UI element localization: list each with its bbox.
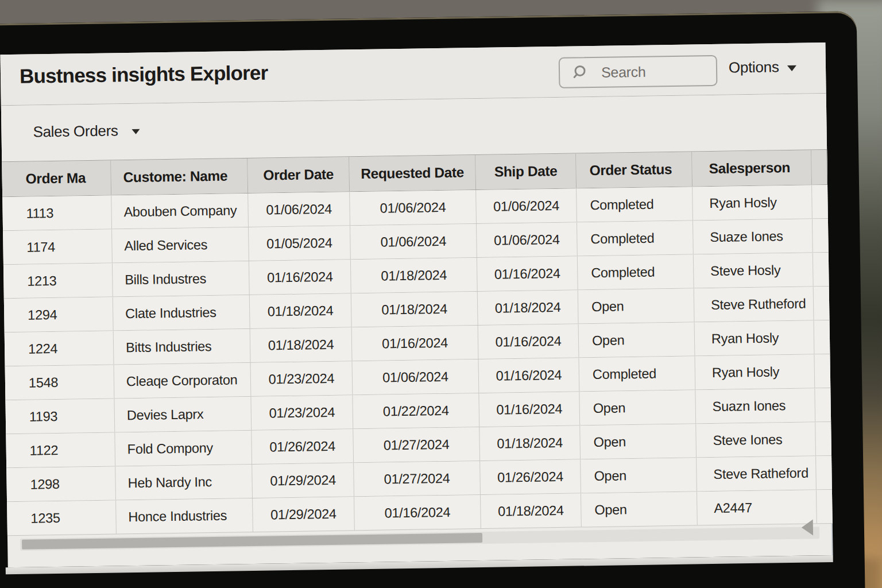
order-status-cell[interactable]: Open	[578, 288, 695, 323]
triangle-left-icon[interactable]	[802, 519, 813, 535]
search-icon	[572, 64, 589, 80]
order-date-cell[interactable]: 01/29/2024	[252, 463, 354, 498]
requested-date-cell[interactable]: 01/22/2024	[353, 393, 479, 428]
ship-date-cell[interactable]: 01/06/2024	[476, 188, 577, 223]
search-placeholder: Search	[601, 63, 646, 80]
order-status-cell[interactable]: Completed	[577, 220, 694, 256]
column-header-customer-name[interactable]: Custome: Name	[111, 158, 248, 195]
requested-date-cell[interactable]: 01/27/2024	[353, 427, 480, 462]
order-status-cell[interactable]: Open	[581, 458, 697, 493]
row-stub	[814, 320, 830, 354]
order-status-cell[interactable]: Completed	[578, 254, 694, 289]
ship-date-cell[interactable]: 01/06/2024	[477, 222, 578, 257]
salesperson-cell[interactable]: Steve Rutheford	[694, 287, 814, 322]
row-stub	[816, 456, 832, 489]
salesperson-cell[interactable]: Steve Hosly	[694, 253, 814, 288]
customer-name-cell[interactable]: Abouben Company	[111, 194, 249, 229]
options-button[interactable]: Options	[729, 58, 796, 77]
salesperson-cell[interactable]: Steve Ratheford	[697, 456, 817, 491]
column-header-salesperson[interactable]: Salesperson	[692, 150, 812, 186]
customer-name-cell[interactable]: Bitts Industries	[114, 329, 251, 365]
search-input[interactable]: Search	[559, 55, 718, 88]
ship-date-cell[interactable]: 01/18/2024	[481, 493, 582, 528]
data-table: Order Ma Custome: Name Order Date Reques…	[2, 149, 833, 536]
row-stub	[813, 253, 829, 286]
ship-date-cell[interactable]: 01/18/2024	[479, 425, 581, 461]
row-stub	[814, 287, 830, 320]
row-stub	[814, 354, 830, 388]
order-number-cell[interactable]: 1174	[3, 230, 113, 265]
requested-date-cell[interactable]: 01/18/2024	[351, 292, 478, 327]
order-number-cell[interactable]: 1193	[5, 399, 115, 434]
order-status-cell[interactable]: Open	[579, 390, 696, 425]
order-status-cell[interactable]: Completed	[577, 187, 693, 222]
order-date-cell[interactable]: 01/06/2024	[248, 192, 350, 227]
order-number-cell[interactable]: 1213	[3, 264, 113, 299]
ship-date-cell[interactable]: 01/26/2024	[480, 459, 581, 494]
requested-date-cell[interactable]: 01/16/2024	[354, 495, 481, 530]
ship-date-cell[interactable]: 01/16/2024	[478, 358, 579, 393]
order-number-cell[interactable]: 1294	[4, 297, 114, 332]
row-stub	[815, 388, 831, 421]
row-stub	[817, 490, 833, 523]
salesperson-cell[interactable]: A2447	[697, 490, 817, 525]
order-date-cell[interactable]: 01/23/2024	[251, 395, 353, 430]
order-number-cell[interactable]: 1548	[5, 365, 115, 400]
ship-date-cell[interactable]: 01/16/2024	[479, 392, 580, 427]
customer-name-cell[interactable]: Bills Industres	[113, 261, 250, 297]
order-status-cell[interactable]: Open	[581, 492, 698, 527]
ship-date-cell[interactable]: 01/16/2024	[477, 256, 578, 291]
order-date-cell[interactable]: 01/05/2024	[249, 226, 351, 261]
column-header-order-number[interactable]: Order Ma	[2, 161, 111, 197]
order-number-cell[interactable]: 1113	[2, 196, 112, 231]
view-selector-dropdown[interactable]: Sales Orders	[33, 122, 140, 141]
customer-name-cell[interactable]: Fold Compony	[115, 431, 252, 466]
page-title: Bustness insights Explorer	[20, 61, 268, 87]
salesperson-cell[interactable]: Ryan Hosly	[693, 185, 813, 220]
order-date-cell[interactable]: 01/18/2024	[250, 327, 353, 362]
requested-date-cell[interactable]: 01/18/2024	[351, 258, 478, 293]
salesperson-cell[interactable]: Steve Iones	[696, 422, 816, 457]
salesperson-cell[interactable]: Suazn Iones	[695, 388, 815, 423]
view-selector-label: Sales Orders	[33, 122, 118, 141]
chevron-down-icon	[787, 65, 796, 71]
order-status-cell[interactable]: Open	[580, 424, 697, 459]
salesperson-cell[interactable]: Ryan Hosly	[695, 354, 815, 389]
order-number-cell[interactable]: 1122	[6, 432, 115, 467]
ship-date-cell[interactable]: 01/16/2024	[478, 324, 579, 359]
requested-date-cell[interactable]: 01/27/2024	[354, 461, 481, 496]
order-number-cell[interactable]: 1235	[7, 500, 117, 535]
column-header-order-date[interactable]: Order Date	[247, 157, 350, 193]
column-header-stub	[811, 150, 827, 184]
customer-name-cell[interactable]: Clate Industries	[113, 295, 250, 331]
laptop-screen: Bustness insights Explorer Search Option…	[0, 11, 865, 588]
column-header-requested-date[interactable]: Requested Date	[349, 155, 476, 191]
chevron-down-icon	[132, 129, 140, 134]
customer-name-cell[interactable]: Cleaqe Corporaton	[114, 363, 252, 399]
salesperson-cell[interactable]: Suaze Iones	[693, 219, 813, 254]
order-status-cell[interactable]: Open	[579, 322, 695, 357]
ship-date-cell[interactable]: 01/18/2024	[478, 290, 579, 325]
column-header-order-status[interactable]: Order Status	[576, 152, 693, 188]
requested-date-cell[interactable]: 01/16/2024	[352, 326, 479, 361]
order-date-cell[interactable]: 01/26/2024	[252, 429, 354, 464]
order-date-cell[interactable]: 01/16/2024	[249, 260, 351, 295]
customer-name-cell[interactable]: Heb Nardy Inc	[115, 465, 253, 500]
salesperson-cell[interactable]: Ryan Hosly	[695, 320, 815, 355]
order-date-cell[interactable]: 01/18/2024	[250, 293, 352, 328]
requested-date-cell[interactable]: 01/06/2024	[350, 190, 477, 225]
column-header-ship-date[interactable]: Ship Date	[475, 154, 577, 190]
horizontal-scrollbar-thumb[interactable]	[22, 533, 482, 550]
table-body: 1113Abouben Company01/06/202401/06/20240…	[2, 185, 833, 536]
customer-name-cell[interactable]: Alled Services	[112, 227, 249, 263]
order-date-cell[interactable]: 01/29/2024	[253, 497, 355, 532]
requested-date-cell[interactable]: 01/06/2024	[353, 359, 479, 394]
order-date-cell[interactable]: 01/23/2024	[251, 361, 353, 396]
customer-name-cell[interactable]: Honce Industries	[116, 498, 253, 534]
order-number-cell[interactable]: 1224	[5, 331, 114, 366]
requested-date-cell[interactable]: 01/06/2024	[350, 224, 477, 259]
order-number-cell[interactable]: 1298	[6, 466, 116, 501]
row-stub	[812, 185, 828, 218]
customer-name-cell[interactable]: Devies Laprx	[114, 397, 252, 432]
order-status-cell[interactable]: Completed	[579, 356, 695, 391]
